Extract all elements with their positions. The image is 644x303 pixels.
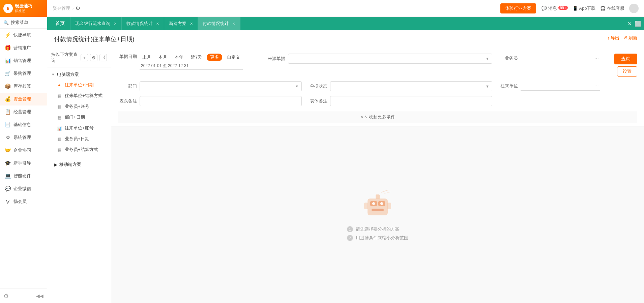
refresh-btn[interactable]: ↺ 刷新 (623, 35, 637, 41)
scheme-item-partner-settlement[interactable]: ▦ 往来单位+结算方式 (47, 90, 111, 101)
step-1-num: 1 (347, 226, 353, 232)
messages-label: 消息 (548, 6, 557, 11)
date-range-display[interactable]: 2022-01-01 至 2022-12-31 (140, 62, 243, 70)
tab-new-scheme-close[interactable]: ✕ (190, 22, 193, 26)
search-menu[interactable]: 🔍 搜索菜单 (0, 17, 47, 29)
tabs-bar: 首页 现金银行流水查询 ✕ 收款情况统计 ✕ 新建方案 ✕ 付款情况统计 ✕ ✕… (47, 17, 644, 30)
scheme-group-desktop-title[interactable]: ▼ 电脑端方案 (47, 69, 111, 80)
query-btn[interactable]: 查询 (614, 54, 637, 64)
sidebar-item-quick-nav[interactable]: ⚡快捷导航 (0, 29, 47, 41)
empty-step-2: 2 用过滤条件来缩小分析范围 (347, 235, 408, 241)
sidebar-item-system[interactable]: ⚙系统管理 (0, 131, 47, 144)
tab-receivable-close[interactable]: ✕ (156, 22, 159, 26)
search-menu-label: 搜索菜单 (11, 20, 28, 26)
scheme-item-dept-date[interactable]: ▦ 部门+日期 (47, 112, 111, 123)
settings-btn[interactable]: 设置 (617, 66, 637, 77)
messages-btn[interactable]: 💬 消息 99+ (541, 5, 568, 11)
empty-icon (361, 188, 394, 222)
sidebar-item-enterprise[interactable]: 🤝企业协同 (0, 144, 47, 157)
export-btn[interactable]: ↑ 导出 (607, 35, 619, 41)
sidebar-label-purchase: 采购管理 (13, 70, 31, 77)
partner-dots-btn[interactable]: ··· (593, 83, 600, 89)
scheme-item-staff-account[interactable]: ▦ 业务员+账号 (47, 101, 111, 112)
filter-row-3: 表头备注 表体备注 (118, 96, 637, 106)
scheme-item-partner-date[interactable]: ● 往来单位+日期 (47, 80, 111, 90)
collapse-more-btn[interactable]: ∧∧ 收起更多条件 (118, 111, 637, 123)
shortcut-last7[interactable]: 近7天 (188, 54, 205, 61)
sidebar-label-operations: 经营管理 (13, 109, 31, 115)
close-window-btn[interactable]: ✕ (627, 21, 632, 27)
scheme-collapse-btn[interactable]: 《 (99, 54, 107, 61)
scheme-panel: 按以下方案查询 + ⚙ 《 ▼ 电脑端方案 ● 往来单位+日期 (47, 48, 111, 303)
user-avatar[interactable] (629, 4, 639, 13)
online-service-btn[interactable]: 🎧 在线客服 (600, 5, 624, 11)
staff-account-icon: ▦ (57, 104, 62, 109)
sidebar-item-purchase[interactable]: 🛒采购管理 (0, 67, 47, 80)
partner-settlement-icon: ▦ (57, 93, 62, 98)
sidebar-label-sales: 销售管理 (13, 58, 31, 64)
sidebar-item-basic-info[interactable]: 📑基础信息 (0, 118, 47, 131)
staff-dots-btn[interactable]: ··· (593, 55, 600, 61)
settings-icon[interactable]: ⚙ (3, 292, 9, 300)
sidebar-item-operations[interactable]: 📋经营管理 (0, 105, 47, 118)
sidebar-icon-sales: 📊 (5, 58, 11, 64)
source-doc-select[interactable]: ▼ (288, 54, 492, 64)
source-doc-arrow: ▼ (486, 57, 489, 61)
sidebar-icon-enterprise: 🤝 (5, 147, 11, 153)
sidebar-item-guide[interactable]: 🎓新手引导 (0, 157, 47, 170)
svg-rect-6 (376, 194, 380, 199)
step-1-text: 请先选择要分析的方案 (356, 226, 400, 232)
industry-btn[interactable]: 体验行业方案 (500, 3, 536, 13)
shortcut-this-year[interactable]: 本年 (172, 54, 186, 61)
sidebar-item-sales[interactable]: 📊销售管理 (0, 54, 47, 67)
tab-payment-stats[interactable]: 付款情况统计 ✕ (198, 17, 240, 30)
svg-point-4 (372, 202, 375, 205)
shortcut-more[interactable]: 更多 (207, 54, 222, 61)
page-title: 付款情况统计(往来单位+日期) (54, 35, 135, 48)
tab-cash-flow[interactable]: 现金银行流水查询 ✕ (70, 17, 122, 30)
tab-new-scheme[interactable]: 新建方案 ✕ (164, 17, 198, 30)
scheme-group-mobile-title[interactable]: ▶ 移动端方案 (47, 159, 111, 170)
sidebar-item-capital[interactable]: 💰资金管理 (0, 93, 47, 105)
doc-status-select[interactable]: ▼ (330, 81, 492, 91)
dept-label: 部门 (118, 83, 137, 89)
header-note-input[interactable] (140, 96, 302, 106)
sidebar-icon-guide: 🎓 (5, 160, 11, 166)
filter-row-1: 单据日期 上月 本月 本年 近7天 更多 自定义 20 (118, 54, 637, 77)
shortcut-this-month[interactable]: 本月 (156, 54, 170, 61)
app-download-btn[interactable]: 📱 App下载 (573, 5, 595, 11)
sidebar-item-wechat[interactable]: 💬企业微信 (0, 182, 47, 195)
collapse-icon[interactable]: ◀◀ (36, 293, 43, 299)
header-note-label: 表头备注 (118, 98, 137, 104)
sidebar-label-enterprise: 企业协同 (13, 147, 31, 153)
tab-home[interactable]: 首页 (50, 17, 70, 30)
step-2-num: 2 (347, 235, 353, 241)
tab-receivable[interactable]: 收款情况统计 ✕ (122, 17, 164, 30)
sidebar-label-wechat: 企业微信 (13, 186, 31, 192)
dept-arrow: ▼ (295, 84, 299, 88)
add-scheme-btn[interactable]: + (81, 54, 88, 61)
shortcut-custom[interactable]: 自定义 (224, 54, 243, 61)
sidebar-item-inventory[interactable]: 📦库存核算 (0, 80, 47, 93)
sidebar-item-marketing[interactable]: 🎁营销推广 (0, 41, 47, 54)
topbar-settings-icon[interactable]: ⚙ (76, 5, 80, 11)
body-note-input[interactable] (330, 96, 492, 106)
maximize-btn[interactable]: ⬜ (635, 21, 641, 27)
sidebar-item-hardware[interactable]: 💻智能硬件 (0, 170, 47, 182)
svg-line-10 (384, 192, 391, 193)
dept-select[interactable]: ▼ (140, 81, 302, 91)
scheme-settings-btn[interactable]: ⚙ (90, 54, 97, 61)
sidebar-item-member[interactable]: V畅会员 (0, 195, 47, 208)
scheme-item-partner-account[interactable]: 📊 往来单位+账号 (47, 123, 111, 133)
tab-payment-stats-close[interactable]: ✕ (232, 22, 235, 26)
staff-label: 业务员 (499, 55, 518, 61)
scheme-item-staff-settlement[interactable]: ▦ 业务员+结算方式 (47, 144, 111, 155)
scheme-item-staff-date[interactable]: ▦ 业务员+日期 (47, 133, 111, 144)
doc-status-arrow: ▼ (486, 84, 489, 88)
sidebar-header: 6 畅捷通巧 标准版 (0, 0, 47, 17)
sidebar-nav: ⚡快捷导航🎁营销推广📊销售管理🛒采购管理📦库存核算💰资金管理📋经营管理📑基础信息… (0, 29, 47, 289)
staff-settlement-label: 业务员+结算方式 (65, 147, 98, 153)
shortcut-last-month[interactable]: 上月 (140, 54, 154, 61)
tab-cash-flow-close[interactable]: ✕ (114, 22, 117, 26)
results-area: 1 请先选择要分析的方案 2 用过滤条件来缩小分析范围 (111, 126, 644, 303)
